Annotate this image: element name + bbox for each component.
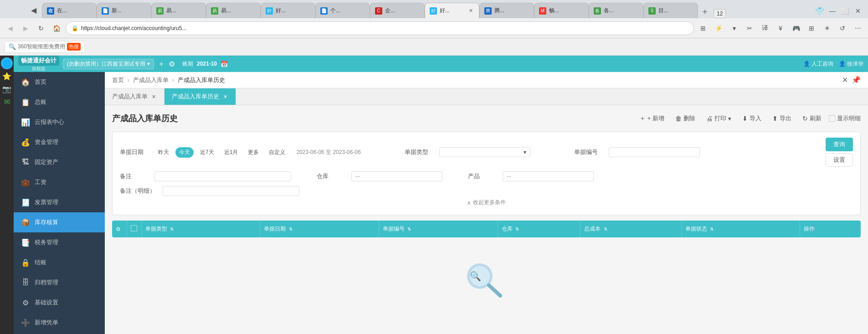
home-nav-button[interactable]: 🏠: [50, 22, 63, 35]
nav-item-fixed[interactable]: 🏗 固定资产: [14, 152, 105, 172]
more-button[interactable]: ⋯: [852, 22, 864, 35]
header-checkbox[interactable]: [131, 225, 137, 231]
setting-button[interactable]: 设置: [826, 153, 853, 167]
col-status[interactable]: 单据状态 ⇅: [681, 221, 800, 237]
page-tab-history[interactable]: 产成品入库单历史 ✕: [164, 88, 236, 105]
currency-button[interactable]: ¥: [774, 22, 787, 35]
settings-icon[interactable]: ⚙: [169, 60, 175, 68]
extensions-button[interactable]: ⊞: [697, 22, 709, 35]
detail-remark-input[interactable]: [163, 186, 299, 196]
sidebar-mail[interactable]: ✉: [1, 96, 13, 108]
browser-tab-12[interactable]: S 目...: [643, 3, 698, 18]
tab-count[interactable]: 12: [714, 9, 726, 18]
maximize-button[interactable]: ⬜: [840, 5, 851, 16]
page-close-button[interactable]: ✕: [842, 76, 848, 84]
date-btn-7days[interactable]: 近7天: [196, 147, 218, 158]
close-button[interactable]: ✕: [853, 5, 863, 16]
period-value[interactable]: 2021-10: [197, 61, 217, 67]
warehouse-select[interactable]: ···: [351, 171, 442, 181]
date-btn-yesterday[interactable]: 昨天: [154, 147, 173, 158]
col-warehouse[interactable]: 仓库 ⇅: [498, 221, 580, 237]
add-button[interactable]: ＋: [158, 59, 165, 69]
print-button[interactable]: 🖨 打印 ▾: [703, 113, 735, 124]
user-avatar[interactable]: 👤 徐泽华: [839, 60, 863, 68]
browser-tab-10[interactable]: M 畅...: [534, 3, 589, 18]
nav-item-basic[interactable]: ⚙ 基础设置: [14, 293, 105, 313]
sidebar-star[interactable]: ⭐: [1, 70, 13, 82]
calendar-icon[interactable]: 📅: [221, 61, 228, 67]
date-btn-today[interactable]: 今天: [175, 147, 194, 158]
forward-nav-button[interactable]: ▶: [19, 22, 32, 35]
show-detail-checkbox[interactable]: [829, 115, 835, 122]
address-input[interactable]: 🔒 https://cloud.chanjet.com/accounting/u…: [66, 21, 694, 35]
back-button[interactable]: ◀: [27, 4, 40, 16]
product-select[interactable]: ···: [503, 171, 594, 181]
col-cost[interactable]: 总成本 ⇅: [580, 221, 681, 237]
nav-item-archive[interactable]: 🗄 归档管理: [14, 272, 105, 293]
nav-item-reports[interactable]: 📊 云报表中心: [14, 112, 105, 132]
nav-item-funds[interactable]: 💰 资金管理: [14, 132, 105, 152]
export-button[interactable]: ⬆ 导出: [769, 113, 795, 124]
browser-tab-3[interactable]: 易 易...: [151, 3, 206, 18]
import-button[interactable]: ⬇ 导入: [739, 113, 765, 124]
undo-button[interactable]: ↺: [836, 22, 849, 35]
page-tab-list[interactable]: 产成品入库单 ✕: [105, 88, 164, 105]
add-button[interactable]: ＋ + 新增: [636, 113, 668, 124]
translate-button[interactable]: 译: [759, 22, 771, 35]
grid-button[interactable]: ⊞: [805, 22, 818, 35]
page-tab-list-close[interactable]: ✕: [150, 93, 157, 100]
back-nav-button[interactable]: ◀: [4, 22, 16, 35]
sun-button[interactable]: ☀: [821, 22, 833, 35]
human-service-button[interactable]: 👤 人工咨询: [803, 60, 833, 68]
type-filter-select[interactable]: ▾: [439, 147, 530, 157]
lightning-button[interactable]: ⚡: [712, 22, 725, 35]
refresh-nav-button[interactable]: ↻: [35, 22, 47, 35]
browser-tab-7[interactable]: C 企...: [370, 3, 425, 18]
col-number[interactable]: 单据编号 ⇅: [379, 221, 498, 237]
sidebar-camera[interactable]: 📷: [1, 83, 13, 95]
nav-item-invoice[interactable]: 🧾 发票管理: [14, 192, 105, 212]
game-button[interactable]: 🎮: [790, 22, 802, 35]
browser-tab-4[interactable]: 易 易...: [206, 3, 261, 18]
nav-item-inventory[interactable]: 📦 库存核算: [14, 212, 105, 232]
date-btn-1month[interactable]: 近1月: [221, 147, 242, 158]
nav-item-home[interactable]: 🏠 首页: [14, 72, 105, 92]
date-btn-custom[interactable]: 自定义: [265, 147, 289, 158]
nav-item-salary[interactable]: 💼 工资: [14, 172, 105, 192]
nav-item-tax[interactable]: 📑 税务管理: [14, 232, 105, 252]
breadcrumb-list[interactable]: 产成品入库单: [133, 76, 169, 84]
browser-tab-1[interactable]: 在 在...: [42, 3, 97, 18]
remark-input[interactable]: [154, 171, 291, 181]
col-settings[interactable]: ⚙: [112, 221, 127, 237]
cut-button[interactable]: ✂: [743, 22, 756, 35]
col-date[interactable]: 单据日期 ⇅: [260, 221, 379, 237]
address-dropdown-button[interactable]: ▾: [728, 22, 740, 35]
minimize-button[interactable]: —: [827, 5, 838, 16]
nav-item-ledger[interactable]: 📋 总账: [14, 92, 105, 112]
query-button[interactable]: 查询: [826, 138, 853, 151]
browser-tab-11[interactable]: 各 各...: [589, 3, 643, 18]
nav-item-settlement[interactable]: 🔒 结账: [14, 252, 105, 272]
search-input-wrap[interactable]: 🔍 360智能抠图免费用 热搜: [5, 41, 85, 53]
nav-item-newbill[interactable]: ➕ 新增凭单: [14, 313, 105, 333]
tab-close-8[interactable]: ✕: [467, 7, 474, 15]
col-type[interactable]: 单据类型 ⇅: [141, 221, 260, 237]
number-filter-input[interactable]: [609, 147, 700, 157]
company-selector[interactable]: (勿删勿禁用）江西服宝测试专用 ▾: [63, 59, 154, 69]
delete-button[interactable]: 🗑 删除: [672, 113, 699, 124]
refresh-button[interactable]: ↻ 刷新: [799, 113, 825, 124]
browser-tab-8[interactable]: 好 好... ✕: [425, 3, 479, 18]
shirt-icon[interactable]: 👕: [814, 5, 825, 16]
browser-tab-6[interactable]: 📄 个...: [315, 3, 370, 18]
collapse-button[interactable]: ∧ 收起更多条件: [462, 196, 511, 209]
col-checkbox[interactable]: [127, 221, 141, 237]
breadcrumb-home[interactable]: 首页: [112, 76, 124, 84]
date-btn-more[interactable]: 更多: [244, 147, 262, 158]
browser-tab-5[interactable]: 好 好...: [261, 3, 315, 18]
page-pin-button[interactable]: 📌: [852, 76, 861, 84]
page-tab-history-close[interactable]: ✕: [222, 93, 228, 100]
browser-tab-2[interactable]: 📄 新...: [97, 3, 151, 18]
new-tab-button[interactable]: ＋: [698, 5, 712, 18]
browser-tab-9[interactable]: 腾 腾...: [479, 3, 534, 18]
browser-logo[interactable]: 🌐: [1, 57, 13, 69]
